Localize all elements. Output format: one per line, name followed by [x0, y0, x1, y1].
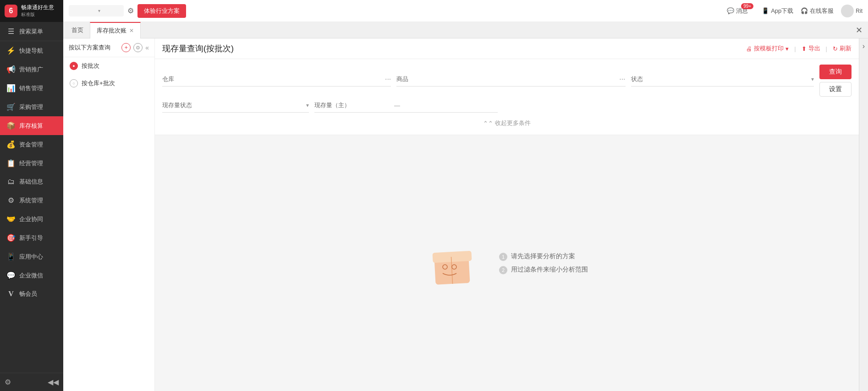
status-label: 状态	[631, 75, 643, 83]
collapse-sidebar-icon[interactable]: ◀◀	[48, 378, 59, 386]
tab-inventory-batch-label: 库存批次账	[97, 27, 126, 35]
stock-status-filter[interactable]: 现存量状态 ▾	[162, 101, 309, 113]
sales-icon: 📊	[6, 84, 16, 92]
tip-num-2: 2	[499, 266, 507, 274]
sidebar-item-enterprise[interactable]: 🤝 企业协同	[0, 210, 63, 228]
sidebar-item-basics[interactable]: 🗂 基础信息	[0, 173, 63, 191]
topbar-search-text	[73, 7, 95, 15]
sidebar-item-marketing[interactable]: 📢 营销推广	[0, 60, 63, 79]
scheme-item-by-warehouse-batch[interactable]: ○ 按仓库+批次	[63, 75, 154, 92]
left-scheme-panel: 按以下方案查询 + ⚙ « ● 按批次 ○ 按仓库+批次	[63, 38, 155, 391]
topbar: ▾ ⚙ 体验行业方案 💬 消息 99+ 📱 App下载 🎧 在线客服 Rit	[63, 0, 868, 22]
topbar-gear-icon[interactable]: ⚙	[127, 6, 134, 15]
warehouse-input[interactable]	[178, 76, 381, 82]
stock-qty-max-input[interactable]	[404, 102, 440, 109]
sidebar-item-app-center[interactable]: 📱 应用中心	[0, 247, 63, 266]
scheme-settings-icon[interactable]: ⚙	[133, 43, 143, 52]
app-download-item[interactable]: 📱 App下载	[762, 7, 793, 15]
tab-inventory-batch[interactable]: 库存批次账 ✕	[90, 22, 141, 38]
basics-icon: 🗂	[6, 178, 16, 186]
status-filter[interactable]: 状态 ▾	[631, 75, 814, 87]
scheme-panel-icons: + ⚙ «	[121, 43, 149, 52]
topbar-right: 💬 消息 99+ 📱 App下载 🎧 在线客服 Rit	[727, 5, 863, 17]
print-chevron-icon: ▾	[786, 45, 789, 52]
chevron-up-icon: ⌃⌃	[483, 120, 493, 127]
sidebar-bottom: ⚙ ◀◀	[0, 373, 63, 391]
brand-name: 畅康通好生意	[21, 4, 54, 11]
sidebar-item-finance[interactable]: 💰 资金管理	[0, 135, 63, 154]
sidebar-item-wechat[interactable]: 💬 企业微信	[0, 266, 63, 285]
svg-rect-1	[432, 250, 472, 262]
warehouse-more-icon[interactable]: ···	[385, 75, 391, 83]
close-tab-area-icon[interactable]: ✕	[856, 25, 863, 35]
settings-button[interactable]: 设置	[819, 82, 852, 97]
app-center-icon: 📱	[6, 252, 16, 261]
enterprise-icon: 🤝	[6, 215, 16, 223]
search-menu-icon: ☰	[6, 27, 16, 36]
product-input[interactable]	[412, 76, 615, 82]
collapse-more-conditions[interactable]: ⌃⌃ 收起更多条件	[162, 117, 852, 129]
sidebar-item-inventory[interactable]: 📦 库存核算	[0, 116, 63, 135]
stock-qty-dash: —	[394, 102, 400, 109]
sidebar-item-purchase[interactable]: 🛒 采购管理	[0, 98, 63, 116]
sidebar-item-sales[interactable]: 📊 销售管理	[0, 79, 63, 98]
headset-icon: 🎧	[801, 7, 808, 14]
scheme-item-by-batch[interactable]: ● 按批次	[63, 57, 154, 75]
scheme-panel-header: 按以下方案查询 + ⚙ «	[63, 38, 154, 57]
sidebar-item-newbie[interactable]: 🎯 新手引导	[0, 228, 63, 247]
inventory-icon: 📦	[6, 121, 16, 130]
stock-status-label: 现存量状态	[162, 101, 192, 109]
export-icon: ⬆	[802, 45, 807, 52]
tip-num-1: 1	[499, 253, 507, 261]
messages-item[interactable]: 💬 消息 99+	[727, 7, 748, 15]
export-button[interactable]: ⬆ 导出	[802, 44, 820, 53]
filter-buttons: 查询 设置	[819, 65, 852, 97]
status-chevron-icon: ▾	[811, 76, 814, 82]
query-button[interactable]: 查询	[819, 65, 852, 79]
divider1: |	[794, 45, 796, 52]
wechat-icon: 💬	[6, 271, 16, 280]
sidebar-item-quick-nav[interactable]: ⚡ 快捷导航	[0, 41, 63, 60]
tab-home[interactable]: 首页	[65, 22, 90, 38]
sidebar-item-operations[interactable]: 📋 经营管理	[0, 154, 63, 173]
refresh-button[interactable]: ↻ 刷新	[833, 44, 852, 53]
page-title: 现存量查询(按批次)	[162, 43, 234, 54]
user-avatar-area[interactable]: Rit	[841, 5, 863, 17]
app-logo: 6	[5, 5, 17, 17]
export-label: 导出	[808, 44, 820, 53]
empty-state: 1 请先选择要分析的方案 2 用过滤条件来缩小分析范围	[155, 135, 859, 391]
sidebar-item-system[interactable]: ⚙ 系统管理	[0, 191, 63, 210]
messages-badge: 99+	[741, 3, 753, 9]
trial-industry-button[interactable]: 体验行业方案	[137, 4, 186, 18]
empty-tip-2: 2 用过滤条件来缩小分析范围	[499, 266, 588, 274]
marketing-icon: 📢	[6, 65, 16, 74]
add-scheme-icon[interactable]: +	[121, 43, 131, 52]
settings-bottom-icon[interactable]: ⚙	[5, 378, 11, 386]
online-service-item[interactable]: 🎧 在线客服	[801, 7, 834, 15]
message-icon: 💬	[727, 7, 734, 14]
operations-icon: 📋	[6, 159, 16, 168]
warehouse-label: 仓库	[162, 75, 174, 83]
sidebar-nav: ⚡ 快捷导航 📢 营销推广 📊 销售管理 🛒 采购管理 📦 库存核算 💰 资金管…	[0, 41, 63, 373]
stock-status-chevron-icon: ▾	[306, 102, 309, 109]
scheme-panel-title: 按以下方案查询	[69, 43, 110, 52]
tip-text-2: 用过滤条件来缩小分析范围	[511, 266, 588, 274]
sidebar-item-member[interactable]: V 畅会员	[0, 285, 63, 303]
collapse-label: 收起更多条件	[495, 119, 531, 127]
empty-tips: 1 请先选择要分析的方案 2 用过滤条件来缩小分析范围	[499, 252, 588, 274]
tab-close-icon[interactable]: ✕	[129, 27, 134, 34]
app-download-icon: 📱	[762, 7, 769, 14]
product-more-icon[interactable]: ···	[619, 75, 625, 83]
right-panel: 现存量查询(按批次) 🖨 按模板打印 ▾ | ⬆ 导出 | ↻	[155, 38, 859, 391]
page-header: 现存量查询(按批次) 🖨 按模板打印 ▾ | ⬆ 导出 | ↻	[155, 38, 859, 59]
online-service-label: 在线客服	[810, 7, 834, 15]
sidebar-item-search[interactable]: ☰ 搜索菜单	[0, 22, 63, 41]
print-template-button[interactable]: 🖨 按模板打印 ▾	[746, 44, 789, 53]
purchase-icon: 🛒	[6, 103, 16, 111]
topbar-search-area[interactable]: ▾	[69, 5, 124, 16]
tip-text-1: 请先选择要分析的方案	[511, 252, 575, 261]
stock-qty-min-input[interactable]	[354, 102, 390, 109]
right-panel-close-icon[interactable]: ›	[863, 42, 865, 50]
collapse-left-panel-icon[interactable]: «	[145, 44, 149, 51]
system-icon: ⚙	[6, 196, 16, 205]
